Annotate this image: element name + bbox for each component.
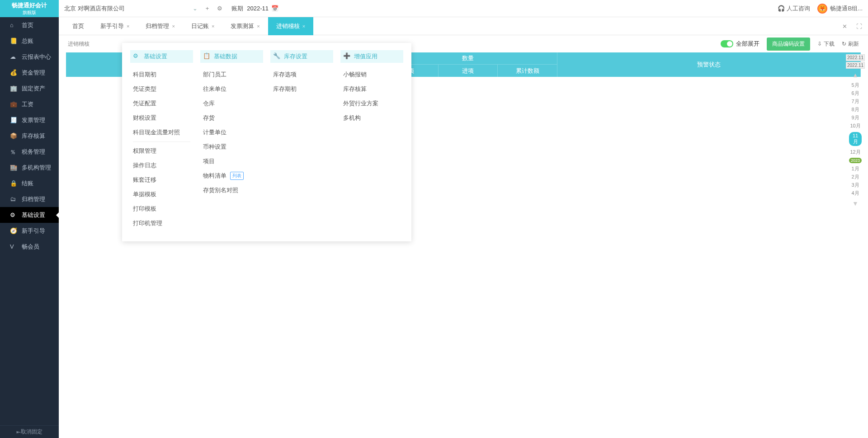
flyout-item[interactable]: 凭证类型 [130, 82, 193, 96]
period-month[interactable]: 4月 [849, 190, 862, 197]
sidebar-item-12[interactable]: ⚙基础设置 [0, 207, 59, 223]
flyout-badge: 列表 [230, 172, 244, 180]
period-month-active[interactable]: 11月 [849, 132, 862, 146]
sidebar-item-13[interactable]: 🧭新手引导 [0, 223, 59, 239]
help-label: 人工咨询 [787, 5, 810, 13]
logo: 畅捷通好会计 旗舰版 [0, 0, 59, 17]
company-selector[interactable]: 北京 对啊酒店有限公司 ⌄ [64, 5, 198, 13]
user-menu[interactable]: 🦊 畅捷通B组... [817, 4, 863, 14]
download-button[interactable]: ⇩ 下载 [817, 40, 835, 48]
flyout-item[interactable]: 多机构 [340, 111, 403, 125]
sidebar-item-0[interactable]: ⌂首页 [0, 17, 59, 33]
add-icon[interactable]: + [206, 5, 209, 12]
flyout-divider [133, 141, 190, 142]
flyout-item[interactable]: 财税设置 [130, 111, 193, 125]
flyout-item[interactable]: 物料清单列表 [200, 169, 263, 183]
flyout-item[interactable]: 科目期初 [130, 67, 193, 82]
period-value[interactable]: 2022-11 [247, 5, 269, 12]
flyout-item[interactable]: 凭证配置 [130, 96, 193, 111]
flyout-head-icon: 🔧 [273, 52, 281, 61]
flyout-item[interactable]: 库存期初 [270, 82, 333, 96]
user-name: 畅捷通B组... [830, 5, 863, 13]
close-icon[interactable]: × [257, 24, 259, 29]
close-icon[interactable]: × [212, 24, 214, 29]
flyout-item[interactable]: 小畅报销 [340, 67, 403, 82]
period-month[interactable]: 12月 [849, 149, 862, 155]
sidebar-item-10[interactable]: 🔒结账 [0, 175, 59, 191]
flyout-item[interactable]: 存货别名对照 [200, 183, 263, 198]
flyout-col-head: 🔧库存设置 [270, 50, 333, 63]
tab-2[interactable]: 归档管理× [137, 17, 183, 35]
sidebar-item-label: 工资 [22, 100, 33, 108]
calendar-icon[interactable]: 📅 [271, 5, 278, 12]
tab-label: 日记账 [191, 22, 209, 30]
gear-icon[interactable]: ⚙ [217, 5, 222, 12]
flyout-item[interactable]: 单据模板 [130, 187, 193, 202]
period-month[interactable]: 2月 [849, 174, 862, 180]
sidebar-item-4[interactable]: 🏢固定资产 [0, 80, 59, 96]
refresh-icon: ↻ [842, 41, 846, 47]
sidebar-item-11[interactable]: 🗂归档管理 [0, 191, 59, 207]
period-year-top[interactable]: 2022.11 [846, 54, 865, 61]
tab-5[interactable]: 进销稽核× [268, 17, 313, 35]
close-icon[interactable]: × [172, 24, 175, 29]
flyout-item[interactable]: 打印机管理 [130, 216, 193, 231]
flyout-item[interactable]: 库存选项 [270, 67, 333, 82]
flyout-item[interactable]: 科目现金流量对照 [130, 125, 193, 140]
close-all-tabs[interactable]: ✕ [840, 22, 849, 31]
sidebar-item-1[interactable]: 📒总账 [0, 33, 59, 49]
flyout-col-2: 🔧库存设置库存选项库存期初 [267, 50, 337, 231]
flyout-item-label: 部门员工 [203, 71, 226, 79]
period-month[interactable]: 9月 [849, 114, 862, 121]
tab-3[interactable]: 日记账× [183, 17, 222, 35]
flyout-head-icon: 📋 [203, 52, 211, 61]
sidebar-item-3[interactable]: 💰资金管理 [0, 65, 59, 80]
tab-4[interactable]: 发票测算× [222, 17, 268, 35]
flyout-item[interactable]: 往来单位 [200, 82, 263, 96]
sidebar-item-6[interactable]: 🧾发票管理 [0, 112, 59, 128]
close-icon[interactable]: × [127, 24, 129, 29]
period-month[interactable]: 6月 [849, 90, 862, 97]
flyout-item[interactable]: 部门员工 [200, 67, 263, 82]
sidebar-item-9[interactable]: 🏬多机构管理 [0, 160, 59, 175]
period-month[interactable]: 8月 [849, 106, 862, 113]
sidebar-item-5[interactable]: 💼工资 [0, 96, 59, 112]
tab-0[interactable]: 首页 [64, 17, 92, 35]
expand-all-toggle[interactable]: 全部展开 [721, 40, 760, 48]
flyout-item[interactable]: 存货 [200, 111, 263, 125]
flyout-item[interactable]: 项目 [200, 154, 263, 169]
sidebar-item-14[interactable]: V畅会员 [0, 239, 59, 254]
nav-icon: 🧾 [10, 117, 17, 124]
flyout-item-label: 物料清单 [203, 172, 226, 180]
refresh-button[interactable]: ↻ 刷新 [842, 40, 859, 48]
period-month[interactable]: 3月 [849, 182, 862, 188]
period-down-icon[interactable]: ▼ [852, 200, 859, 207]
period-month[interactable]: 1月 [849, 165, 862, 172]
flyout-item[interactable]: 账套迁移 [130, 173, 193, 187]
settings-flyout: ⚙基础设置科目期初凭证类型凭证配置财税设置科目现金流量对照权限管理操作日志账套迁… [122, 43, 411, 241]
code-setting-button[interactable]: 商品编码设置 [767, 38, 810, 51]
fullscreen-icon[interactable]: ⛶ [854, 22, 863, 31]
close-icon[interactable]: × [302, 24, 305, 29]
flyout-item[interactable]: 仓库 [200, 96, 263, 111]
period-up-icon[interactable]: ▲ [852, 71, 859, 79]
sidebar-item-2[interactable]: ☁云报表中心 [0, 49, 59, 65]
flyout-item[interactable]: 权限管理 [130, 144, 193, 158]
sidebar-item-7[interactable]: 📦库存核算 [0, 128, 59, 144]
period-year-badge: 2023 [849, 158, 862, 163]
sidebar-footer-toggle[interactable]: ⇤ 取消固定 [0, 425, 59, 438]
period-month[interactable]: 5月 [849, 82, 862, 89]
flyout-item[interactable]: 币种设置 [200, 140, 263, 154]
flyout-item[interactable]: 计量单位 [200, 125, 263, 140]
flyout-item[interactable]: 打印模板 [130, 202, 193, 216]
period-month[interactable]: 10月 [849, 122, 862, 129]
flyout-item[interactable]: 库存核算 [340, 82, 403, 96]
help-link[interactable]: 🎧 人工咨询 [778, 5, 810, 13]
tab-1[interactable]: 新手引导× [92, 17, 137, 35]
flyout-item[interactable]: 操作日志 [130, 158, 193, 173]
period-month[interactable]: 7月 [849, 98, 862, 105]
period-year-top2[interactable]: 2022.11 [846, 62, 865, 69]
flyout-item[interactable]: 外贸行业方案 [340, 96, 403, 111]
sidebar-item-8[interactable]: ％税务管理 [0, 144, 59, 160]
flyout-item-label: 财税设置 [133, 114, 156, 122]
